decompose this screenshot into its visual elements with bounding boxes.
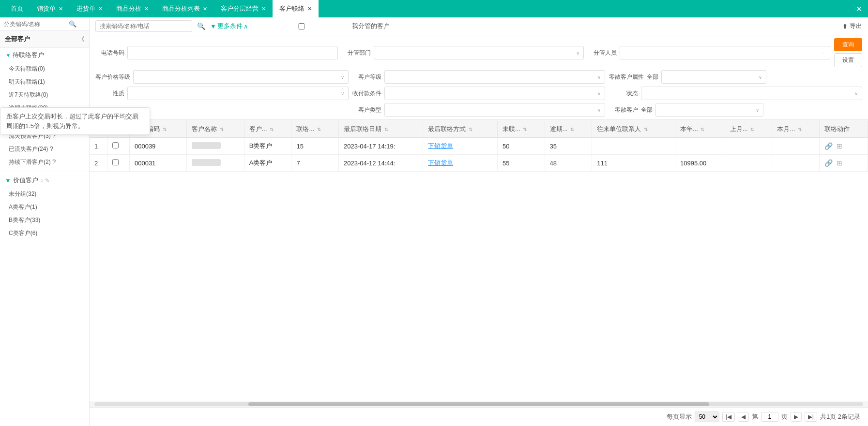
value-customers-section[interactable]: ▼ 价值客户 ○ ✎: [0, 173, 89, 188]
content-area: 🔍 ▼ 更多条件 ∧ 我分管的客户 ⬆ 导出 电话号码: [90, 17, 868, 426]
filter-bar: 🔍 ▼ 更多条件 ∧ 我分管的客户 ⬆ 导出: [90, 17, 868, 35]
sidebar-item-c-class[interactable]: C类客户(6): [0, 227, 89, 240]
sort-contacts[interactable]: ⇅: [644, 127, 648, 132]
nav-tab-purchase[interactable]: 进货单 ✕: [70, 0, 109, 17]
close-customer-tier-tab[interactable]: ✕: [261, 6, 266, 12]
scrollbar-thumb[interactable]: [248, 402, 710, 406]
retail-attr-select[interactable]: ∨: [661, 70, 766, 84]
sort-uncontact[interactable]: ⇅: [523, 127, 527, 132]
phone-input[interactable]: [127, 46, 338, 59]
close-purchase-tab[interactable]: ✕: [98, 6, 103, 12]
row1-select[interactable]: [112, 142, 119, 148]
sidebar-item-declining[interactable]: 持续下滑客户(2) ?: [0, 156, 89, 169]
manager-dots: ···: [822, 50, 826, 56]
payment-select[interactable]: ∨: [384, 87, 606, 100]
sidebar-item-b-class[interactable]: B类客户(33): [0, 214, 89, 227]
per-page-select[interactable]: 50 20 100: [695, 411, 719, 422]
payment-chevron: ∨: [597, 91, 601, 96]
export-button[interactable]: ⬆ 导出: [842, 22, 862, 30]
status-select[interactable]: ∨: [641, 87, 862, 100]
close-customer-contact-tab[interactable]: ✕: [307, 6, 312, 12]
row2-grid-icon[interactable]: ⊞: [837, 159, 842, 167]
sort-this-month[interactable]: ⇅: [798, 127, 802, 132]
row1-method-link[interactable]: 下销货单: [428, 142, 453, 149]
customer-level-field: 客户等级 ∨: [352, 70, 606, 84]
col-overdue: 逾期... ⇅: [545, 121, 592, 138]
my-customers-checkbox-area[interactable]: 我分管的客户: [253, 22, 390, 30]
gender-select[interactable]: ∨: [127, 87, 349, 100]
all-customers-title[interactable]: 全部客户 《: [0, 31, 89, 48]
row2-last-method[interactable]: 下销货单: [423, 155, 498, 172]
row1-grid-icon[interactable]: ⊞: [837, 142, 842, 150]
sidebar-search-input[interactable]: [4, 21, 67, 28]
edit-icon[interactable]: ○ ✎: [40, 177, 49, 184]
customer-level-chevron: ∨: [597, 74, 601, 80]
row2-checkbox[interactable]: [107, 155, 129, 172]
sidebar-item-today[interactable]: 今天待联络(0): [0, 62, 89, 75]
price-level-select[interactable]: ∨: [133, 70, 349, 84]
sort-method[interactable]: ⇅: [469, 127, 472, 132]
filter-row-3: 性质 ∨ 收付款条件 ∨ 状态: [95, 87, 862, 100]
settings-button[interactable]: 设置: [834, 53, 862, 67]
close-product-list-tab[interactable]: ✕: [203, 6, 207, 12]
customer-type-select[interactable]: ∨: [384, 103, 606, 117]
close-product-analysis-tab[interactable]: ✕: [144, 6, 149, 12]
sort-contact[interactable]: ⇅: [317, 127, 321, 132]
payment-field: 收付款条件 ∨: [352, 87, 606, 100]
row1-last-method[interactable]: 下销货单: [423, 138, 498, 155]
manager-select[interactable]: ···: [620, 46, 830, 59]
retail-attr-inline-label: 全部: [647, 73, 658, 81]
pagination-bar: 每页显示 50 20 100 |◀ ◀ 第 页 ▶ ▶| 共1页 2条记录: [90, 407, 868, 426]
gender-field: 性质 ∨: [95, 87, 349, 100]
close-all-tabs[interactable]: ✕: [856, 4, 862, 14]
nav-tab-customer-tier[interactable]: 客户分层经营 ✕: [214, 0, 273, 17]
pending-contact-group[interactable]: ▼ 待联络客户: [0, 48, 89, 62]
retail-customer-select[interactable]: ∨: [655, 103, 763, 117]
sort-name[interactable]: ⇅: [220, 127, 224, 132]
payment-label: 收付款条件: [352, 89, 381, 98]
dept-label: 分管部门: [342, 49, 371, 57]
phone-field: 电话号码: [95, 46, 338, 59]
search-input[interactable]: [95, 20, 192, 32]
horizontal-scrollbar[interactable]: [90, 401, 868, 407]
nav-tab-sales[interactable]: 销货单 ✕: [30, 0, 70, 17]
row2-select[interactable]: [112, 159, 119, 165]
customer-level-select[interactable]: ∨: [384, 70, 606, 84]
row2-link-icon[interactable]: 🔗: [824, 159, 833, 167]
price-level-chevron: ∨: [341, 74, 344, 80]
close-sales-tab[interactable]: ✕: [59, 6, 63, 12]
sort-code[interactable]: ⇅: [163, 127, 167, 132]
dept-select[interactable]: ∨: [374, 46, 584, 59]
sort-type[interactable]: ⇅: [270, 127, 274, 132]
nav-tab-product-list[interactable]: 商品分析列表 ✕: [155, 0, 214, 17]
sidebar-item-7days[interactable]: 近7天待联络(0): [0, 88, 89, 102]
sidebar-item-tomorrow[interactable]: 明天待联络(1): [0, 75, 89, 88]
arrow-icon: ▼: [6, 53, 11, 58]
prev-page-btn[interactable]: ◀: [738, 412, 749, 422]
sort-year[interactable]: ⇅: [700, 127, 704, 132]
sort-date[interactable]: ⇅: [384, 127, 388, 132]
search-button[interactable]: 🔍: [197, 22, 205, 30]
sidebar-item-ungrouped[interactable]: 未分组(32): [0, 188, 89, 201]
row1-checkbox[interactable]: [107, 138, 129, 155]
sidebar-search-icon[interactable]: 🔍: [69, 20, 76, 28]
nav-tab-home[interactable]: 首页: [4, 0, 30, 17]
sidebar-item-a-class[interactable]: A类客户(1): [0, 201, 89, 214]
sort-last-month[interactable]: ⇅: [750, 127, 754, 132]
row2-method-link[interactable]: 下销货单: [428, 159, 453, 166]
row1-type: B类客户: [244, 138, 291, 155]
more-filters-button[interactable]: ▼ 更多条件 ∧: [210, 22, 248, 30]
row2-overdue: 48: [545, 155, 592, 172]
filter-row-1: 电话号码 分管部门 ∨ 分管人员 ···: [95, 38, 862, 67]
my-customers-checkbox[interactable]: [253, 23, 350, 29]
next-page-btn[interactable]: ▶: [791, 412, 802, 422]
sidebar-item-churned[interactable]: 已流失客户(24) ?: [0, 143, 89, 156]
row1-link-icon[interactable]: 🔗: [824, 142, 833, 150]
query-button[interactable]: 查询: [834, 38, 862, 51]
last-page-btn[interactable]: ▶|: [805, 412, 817, 422]
first-page-btn[interactable]: |◀: [722, 412, 735, 422]
sort-overdue[interactable]: ⇅: [570, 127, 574, 132]
page-input[interactable]: [761, 412, 778, 422]
nav-tab-product-analysis[interactable]: 商品分析 ✕: [109, 0, 155, 17]
nav-tab-customer-contact[interactable]: 客户联络 ✕: [273, 0, 319, 17]
